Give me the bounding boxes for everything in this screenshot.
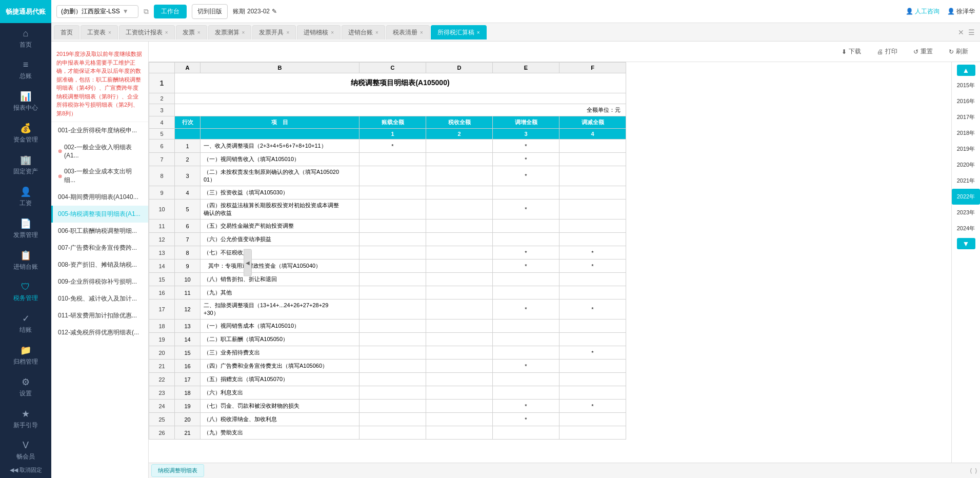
nav-item-010[interactable]: 010-免税、减计收入及加计...	[51, 290, 148, 307]
table-row[interactable]: 23 18 （六）利息支出	[149, 386, 626, 400]
tab-close-icon[interactable]: ×	[420, 30, 423, 35]
table-row[interactable]: 24 19 （七）罚金、罚款和被没收财物的损失 * *	[149, 400, 626, 413]
sidebar-item-settlement[interactable]: ✓ 结账	[0, 308, 51, 340]
year-up-button[interactable]: ▲	[957, 65, 975, 76]
period-edit-icon[interactable]: ✎	[272, 8, 277, 15]
row-3: 3 全额单位：元	[149, 104, 626, 116]
tab-close-icon[interactable]: ×	[477, 30, 480, 35]
sidebar-item-settings[interactable]: ⚙ 设置	[0, 371, 51, 403]
tab-close-all-button[interactable]: ✕	[958, 28, 964, 36]
spreadsheet-container[interactable]: A B C D E F 1 纳税调	[149, 62, 951, 463]
year-2023[interactable]: 2023年	[952, 205, 980, 221]
tab-input-ledger[interactable]: 进销台账 ×	[342, 25, 385, 39]
nav-item-003[interactable]: ⊗ 003-一般企业成本支出明细...	[51, 163, 148, 189]
nav-item-008[interactable]: 008-资产折旧、摊销及纳税...	[51, 256, 148, 273]
table-row[interactable]: 13 8 （七）不征税收入 * *	[149, 246, 626, 260]
tab-close-icon[interactable]: ×	[165, 30, 168, 35]
nav-item-012[interactable]: 012-减免税所得优惠明细表(...	[51, 324, 148, 341]
tab-close-icon[interactable]: ×	[286, 30, 289, 35]
refresh-button[interactable]: ↻ 刷新	[945, 46, 972, 57]
sidebar-item-home[interactable]: ⌂ 首页	[0, 23, 51, 54]
tab-income-tax-calc[interactable]: 所得税汇算稿 ×	[431, 25, 487, 39]
tab-close-icon[interactable]: ×	[108, 30, 111, 35]
nav-item-004[interactable]: 004-期间费用明细表(A1040...	[51, 189, 148, 206]
table-row[interactable]: 17 12 二、扣除类调整项目（13+14+...24+26+27+28+29+…	[149, 300, 626, 320]
print-button[interactable]: 🖨 打印	[873, 46, 902, 57]
nav-item-011[interactable]: 011-研发费用加计扣除优惠...	[51, 307, 148, 324]
year-2020[interactable]: 2020年	[952, 157, 980, 173]
sidebar-item-tax-mgmt[interactable]: 🛡 税务管理	[0, 276, 51, 308]
year-2016[interactable]: 2016年	[952, 93, 980, 109]
nav-item-001[interactable]: 001-企业所得税年度纳税申...	[51, 122, 148, 139]
year-2017[interactable]: 2017年	[952, 109, 980, 125]
nav-item-002[interactable]: ⊗ 002-一般企业收入明细表(A1...	[51, 139, 148, 163]
scroll-right-icon[interactable]: ⟩	[975, 467, 977, 474]
nav-item-007[interactable]: 007-广告费和业务宣传费跨...	[51, 240, 148, 256]
tab-invoice-open[interactable]: 发票开具 ×	[252, 25, 296, 39]
table-row[interactable]: 11 6 （五）交易性金融资产初始投资调整	[149, 220, 626, 233]
sidebar-item-archive[interactable]: 📁 归档管理	[0, 340, 51, 371]
pin-button[interactable]: ◀◀ 取消固定	[10, 466, 42, 474]
tab-invoice[interactable]: 发票 ×	[176, 25, 207, 39]
tab-close-icon[interactable]: ×	[375, 30, 378, 35]
year-down-button[interactable]: ▼	[957, 238, 975, 249]
table-row[interactable]: 10 5 （四）按权益法核算长期股权投资对初始投资成本调整确认的收益 *	[149, 200, 626, 220]
table-row[interactable]: 18 13 （一）视同销售成本（填写A105010）	[149, 320, 626, 333]
tab-home[interactable]: 首页	[54, 25, 79, 39]
collapse-panel-button[interactable]: ◀	[244, 249, 252, 276]
sidebar-item-payroll[interactable]: 👤 工资	[0, 181, 51, 213]
table-row[interactable]: 20 15 （三）业务招待费支出 *	[149, 346, 626, 360]
table-row[interactable]: 15 10 （八）销售折扣、折让和退回	[149, 273, 626, 286]
service-button[interactable]: 👤 人工咨询	[906, 7, 939, 16]
sidebar-item-label: 报表中心	[13, 104, 38, 112]
sidebar-item-label: 结账	[19, 326, 32, 334]
tab-menu-button[interactable]: ☰	[968, 28, 975, 36]
table-row[interactable]: 6 1 一、收入类调整项目（2+3+4+5+6+7+8+10+11） * *	[149, 140, 626, 153]
tab-payroll[interactable]: 工资表 ×	[81, 25, 118, 39]
sidebar-item-vip[interactable]: V 畅会员	[0, 435, 51, 466]
table-row[interactable]: 22 17 （五）捐赠支出（填写A105070）	[149, 373, 626, 386]
sidebar-item-invoice-mgmt[interactable]: 📄 发票管理	[0, 213, 51, 245]
sidebar-item-fixed-assets[interactable]: 🏢 固定资产	[0, 149, 51, 181]
table-row[interactable]: 14 9 其中：专项用途财政性资金（填写A105040） * *	[149, 260, 626, 273]
nav-item-009[interactable]: 009-企业所得税弥补亏损明...	[51, 273, 148, 290]
tab-close-icon[interactable]: ×	[197, 30, 201, 35]
reset-button[interactable]: ↺ 重置	[909, 46, 937, 57]
tab-tax-clear[interactable]: 税表清册 ×	[386, 25, 430, 39]
sidebar-item-reports[interactable]: 📊 报表中心	[0, 86, 51, 117]
table-row[interactable]: 26 21 （九）赞助支出	[149, 426, 626, 440]
year-2015[interactable]: 2015年	[952, 77, 980, 93]
sheet-tab-adjust[interactable]: 纳税调整明细表	[151, 464, 204, 477]
scroll-left-icon[interactable]: ⟨	[970, 467, 972, 474]
table-row[interactable]: 16 11 （九）其他	[149, 286, 626, 300]
sidebar-item-ledger[interactable]: ≡ 总账	[0, 54, 51, 86]
tab-invoice-calc[interactable]: 发票测算 ×	[208, 25, 252, 39]
tab-close-icon[interactable]: ×	[242, 30, 245, 35]
old-version-button[interactable]: 切到旧版	[192, 4, 228, 19]
year-2021[interactable]: 2021年	[952, 173, 980, 189]
company-selector[interactable]: (勿删）江西股室-LSS ▼	[56, 5, 138, 18]
tab-close-icon[interactable]: ×	[331, 30, 334, 35]
table-row[interactable]: 25 20 （八）税收滞纳金、加收利息 *	[149, 413, 626, 426]
table-row[interactable]: 8 3 （二）未按权责发生制原则确认的收入（填写A10502001） *	[149, 166, 626, 186]
sidebar-item-input-tax[interactable]: 📋 进销台账	[0, 245, 51, 276]
year-2022[interactable]: 2022年	[952, 189, 980, 205]
copy-icon[interactable]: ⧉	[144, 7, 149, 16]
download-button[interactable]: ⬇ 下载	[837, 46, 865, 57]
year-2019[interactable]: 2019年	[952, 141, 980, 157]
sidebar-item-assets-mgmt[interactable]: 💰 资金管理	[0, 117, 51, 149]
year-2024[interactable]: 2024年	[952, 221, 980, 236]
table-row[interactable]: 7 2 （一）视同销售收入（填写A105010） *	[149, 153, 626, 166]
nav-item-005[interactable]: 005-纳税调整项目明细表(A1...	[51, 206, 148, 223]
user-menu[interactable]: 👤 徐泽华	[947, 7, 975, 16]
year-2018[interactable]: 2018年	[952, 125, 980, 141]
table-row[interactable]: 21 16 （四）广告费和业务宣传费支出（填写A105060） *	[149, 360, 626, 373]
tab-input-check[interactable]: 进销稽核 ×	[297, 25, 341, 39]
table-row[interactable]: 12 7 （六）公允价值变动净损益	[149, 233, 626, 246]
workbench-button[interactable]: 工作台	[154, 5, 187, 18]
sidebar-item-new-guide[interactable]: ★ 新手引导	[0, 403, 51, 435]
table-row[interactable]: 9 4 （三）投资收益（填写A105030）	[149, 186, 626, 200]
tab-payroll-stats[interactable]: 工资统计报表 ×	[119, 25, 175, 39]
table-row[interactable]: 19 14 （二）职工薪酬（填写A105050）	[149, 333, 626, 346]
nav-item-006[interactable]: 006-职工薪酬纳税调整明细...	[51, 223, 148, 240]
